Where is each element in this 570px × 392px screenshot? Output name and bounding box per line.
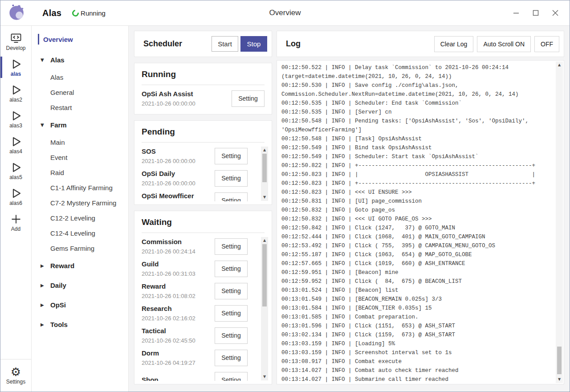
task-setting-button[interactable]: Setting [215, 170, 248, 187]
rail-item-alas6[interactable]: alas6 [0, 184, 31, 209]
scrollbar-thumb[interactable] [262, 244, 267, 306]
sidebar-item-main[interactable]: Main [32, 135, 128, 150]
waiting-panel-title: Waiting [142, 216, 265, 233]
waiting-scrollbar[interactable]: ▲ ▼ [261, 237, 268, 380]
log-line: 00:12:50.822 | INFO | +-----------------… [281, 161, 552, 170]
scroll-up-icon[interactable]: ▲ [556, 62, 563, 68]
task-setting-button[interactable]: Setting [215, 238, 248, 255]
minimize-button[interactable] [510, 7, 522, 19]
task-setting-button[interactable]: Setting [215, 192, 248, 202]
scroll-down-icon[interactable]: ▼ [261, 374, 268, 380]
task-row: OpSi Daily 2021-10-26 00:00:00 Setting [142, 169, 248, 187]
close-button[interactable] [549, 7, 562, 19]
scheduler-column: Scheduler Start Stop Running OpSi Ash As… [134, 31, 272, 384]
clear-log-button[interactable]: Clear Log [434, 36, 474, 52]
auto-scroll-off-button[interactable]: OFF [534, 36, 559, 52]
sidebar-item-overview[interactable]: Overview [32, 33, 128, 45]
rail-item-alas[interactable]: alas [0, 54, 31, 80]
scheduler-panel: Scheduler Start Stop [134, 31, 272, 57]
sidebar-item-restart[interactable]: Restart [32, 100, 128, 115]
sidebar-item-alas[interactable]: Alas [32, 69, 128, 85]
log-line: 00:13:01.584 | INFO | [BEACON_TIER 0.035… [281, 304, 552, 313]
rail-item-settings[interactable]: ⚙ Settings [0, 362, 31, 388]
scrollbar-thumb[interactable] [262, 154, 267, 182]
task-setting-button[interactable]: Setting [215, 261, 248, 277]
running-task-list: OpSi Ash Assist 2021-10-26 00:00:00 Sett… [142, 85, 265, 112]
log-line: 00:12:50.548 | INFO | Pending tasks: ['O… [281, 117, 552, 126]
task-row: Commission 2021-10-26 00:24:14 Setting [142, 237, 248, 255]
sidebar-item-c7-2-mystery-farming[interactable]: C7-2 Mystery Farming [32, 195, 128, 210]
task-setting-button[interactable]: Setting [215, 350, 248, 366]
rail-item-alas2[interactable]: alas2 [0, 80, 31, 106]
sidebar-item-gems-farming[interactable]: Gems Farming [32, 241, 128, 256]
log-line: 00:12:50.832 | INFO | <<< UI GOTO PAGE_O… [281, 215, 552, 224]
scroll-down-icon[interactable]: ▼ [556, 376, 563, 383]
sidebar-item-event[interactable]: Event [32, 150, 128, 165]
sidebar-item-c12-2-leveling[interactable]: C12-2 Leveling [32, 210, 128, 225]
task-next-run-time: 2021-10-26 00:24:14 [142, 248, 215, 255]
task-setting-button[interactable]: Setting [215, 148, 248, 164]
scroll-up-icon[interactable]: ▲ [261, 237, 268, 244]
log-output[interactable]: 00:12:50.522 | INFO | Delay task `Commis… [277, 60, 564, 384]
scrollbar-thumb[interactable] [557, 347, 562, 374]
left-rail: Develop alas alas2 alas3 alas4 alas5 ala… [0, 26, 32, 392]
log-panel-header: Log Clear Log Auto Scroll ON OFF [277, 31, 564, 57]
task-name: OpSi Ash Assist [142, 90, 232, 98]
maximize-button[interactable] [529, 7, 542, 19]
log-line: 00:12:59.951 | INFO | [Beacon] mine [281, 268, 552, 277]
task-row: Research 2021-10-26 02:16:02 Setting [142, 304, 248, 322]
sidebar-group-daily[interactable]: ▶ Daily [32, 275, 128, 295]
task-setting-button[interactable]: Setting [215, 283, 248, 299]
chevron-icon: ▶ [41, 263, 46, 268]
sidebar-item-c1-1-affinity-farming[interactable]: C1-1 Affinity Farming [32, 180, 128, 195]
app-logo-icon [8, 3, 26, 23]
auto-scroll-on-button[interactable]: Auto Scroll ON [477, 36, 531, 52]
pending-task-list: SOS 2021-10-26 00:00:00 Setting OpSi Dai… [142, 143, 265, 201]
scroll-up-icon[interactable]: ▲ [261, 147, 268, 153]
task-name: Guild [142, 260, 215, 269]
task-next-run-time: 2021-10-26 00:31:03 [142, 270, 215, 278]
log-line: 00:13:01.596 | INFO | Click (1151, 653) … [281, 322, 552, 331]
sidebar-overview-label: Overview [43, 36, 73, 43]
task-row: Shop Setting [142, 371, 248, 381]
log-lines: 00:12:50.522 | INFO | Delay task `Commis… [281, 63, 552, 384]
sidebar-group-reward[interactable]: ▶ Reward [32, 256, 128, 275]
play-icon [10, 187, 22, 200]
code-window-icon [10, 32, 22, 45]
task-setting-button[interactable]: Setting [215, 305, 248, 322]
sidebar-group-farm[interactable]: ▼ Farm [32, 115, 128, 135]
task-setting-button[interactable]: Setting [232, 90, 265, 107]
task-name: Shop [142, 376, 215, 381]
brand: Alas Running [0, 3, 106, 23]
rail-item-add[interactable]: Add [0, 209, 31, 235]
log-scrollbar[interactable]: ▲ ▼ [556, 61, 563, 383]
task-row: Reward 2021-10-26 01:08:02 Setting [142, 282, 248, 300]
rail-item-alas4[interactable]: alas4 [0, 132, 31, 158]
task-setting-button[interactable]: Setting [215, 372, 248, 381]
running-panel-title: Running [142, 69, 265, 85]
rail-item-alas5[interactable]: alas5 [0, 158, 31, 184]
pending-scrollbar[interactable]: ▲ ▼ [261, 147, 268, 201]
task-name: Dorm [142, 349, 215, 358]
sidebar-group-opsi[interactable]: ▶ OpSi [32, 295, 128, 314]
task-next-run-time: 2021-10-26 00:00:00 [142, 158, 215, 165]
log-line: 00:13:14.027 | INFO | Submarine call tim… [281, 375, 552, 384]
sidebar-group-alas[interactable]: ▼ Alas [32, 50, 128, 69]
sidebar-item-general[interactable]: General [32, 85, 128, 100]
log-line: 00:12:50.823 | INFO | <<< UI ENSURE >>> [281, 188, 552, 197]
sidebar-item-raid[interactable]: Raid [32, 165, 128, 180]
log-line: 00:12:59.952 | INFO | Click ( 84, 675) @… [281, 277, 552, 286]
task-row: Tactical 2021-10-26 02:45:50 Setting [142, 327, 248, 344]
task-name: Tactical [142, 327, 215, 335]
sidebar-nav: ▼ Alas Alas General Restart ▼ Farm Main … [32, 50, 128, 334]
rail-item-alas3[interactable]: alas3 [0, 106, 31, 132]
sidebar-item-c12-4-leveling[interactable]: C12-4 Leveling [32, 225, 128, 241]
task-setting-button[interactable]: Setting [215, 327, 248, 344]
stop-button[interactable]: Stop [240, 36, 267, 52]
scroll-down-icon[interactable]: ▼ [261, 194, 268, 200]
chevron-icon: ▼ [41, 57, 46, 62]
start-button[interactable]: Start [212, 36, 238, 52]
sidebar-group-tools[interactable]: ▶ Tools [32, 314, 128, 334]
rail-item-develop[interactable]: Develop [0, 29, 31, 54]
app-window: Alas Running Overview Develop [0, 0, 570, 392]
